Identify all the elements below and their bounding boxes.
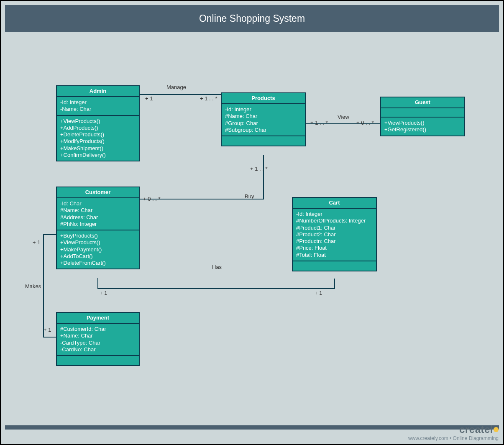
title-bar: Online Shopping System xyxy=(5,5,499,32)
class-cart-ops xyxy=(293,261,376,271)
class-admin: Admin -Id: Integer -Name: Char +ViewProd… xyxy=(56,85,140,161)
class-guest: Guest +ViewProducts() +GetRegistered() xyxy=(380,97,465,136)
rel-view-label: View xyxy=(338,114,349,120)
class-customer-attrs: -Id: Char #Name: Char #Address: Char #Ph… xyxy=(57,198,139,230)
rel-has-label: Has xyxy=(212,264,222,270)
class-guest-ops: +ViewProducts() +GetRegistered() xyxy=(381,118,464,136)
class-payment-attrs: #CustomerId: Char +Name: Char -CardType:… xyxy=(57,324,139,356)
class-admin-ops: +ViewProducts() +AddProducts() +DeletePr… xyxy=(57,116,139,161)
class-products-ops xyxy=(222,136,305,146)
rel-buy-label: Buy xyxy=(245,193,254,199)
brand-name: createl xyxy=(408,424,499,435)
class-guest-name: Guest xyxy=(381,97,464,108)
class-customer: Customer -Id: Char #Name: Char #Address:… xyxy=(56,187,140,269)
class-cart: Cart -Id: Integer #NumberOfProducts: Int… xyxy=(292,197,377,271)
brand-tagline: www.creately.com • Online Diagramming xyxy=(408,435,499,441)
diagram-frame: Online Shopping System Admin -Id: Intege… xyxy=(1,1,503,444)
class-payment-ops xyxy=(57,356,139,365)
class-admin-name: Admin xyxy=(57,86,139,97)
class-products-name: Products xyxy=(222,93,305,104)
class-products: Products -Id: Integer #Name: Char #Group… xyxy=(221,92,306,146)
rel-buy-m1: + 1 . . * xyxy=(250,166,268,172)
class-admin-attrs: -Id: Integer -Name: Char xyxy=(57,97,139,116)
rel-manage-m1: + 1 xyxy=(145,95,153,102)
rel-view-m1: + 1 . . * xyxy=(310,120,328,126)
rel-buy-m2: + 0 . . * xyxy=(143,196,161,202)
class-cart-name: Cart xyxy=(293,198,376,209)
bulb-icon xyxy=(494,427,499,432)
class-customer-name: Customer xyxy=(57,187,139,198)
class-payment-name: Payment xyxy=(57,313,139,324)
rel-makes-label: Makes xyxy=(25,283,41,289)
rel-manage-m2: + 1 . . * xyxy=(200,95,217,102)
class-customer-ops: +BuyProducts() +ViewProducts() +MakePaym… xyxy=(57,230,139,269)
class-products-attrs: -Id: Integer #Name: Char #Group: Char #S… xyxy=(222,104,305,136)
footer-logo: createl www.creately.com • Online Diagra… xyxy=(408,424,499,441)
rel-has-m1: + 1 xyxy=(100,290,107,296)
rel-has-m2: + 1 xyxy=(315,290,322,296)
class-payment: Payment #CustomerId: Char +Name: Char -C… xyxy=(56,312,140,366)
class-cart-attrs: -Id: Integer #NumberOfProducts: Integer … xyxy=(293,209,376,261)
diagram-canvas: Admin -Id: Integer -Name: Char +ViewProd… xyxy=(5,32,499,425)
class-guest-attrs xyxy=(381,108,464,118)
rel-makes-m2: + 1 xyxy=(43,327,51,333)
rel-manage-label: Manage xyxy=(166,84,186,90)
diagram-title: Online Shopping System xyxy=(199,13,305,24)
rel-makes-m1: + 1 xyxy=(33,239,40,246)
rel-view-m2: + 0 . . * xyxy=(356,120,374,126)
